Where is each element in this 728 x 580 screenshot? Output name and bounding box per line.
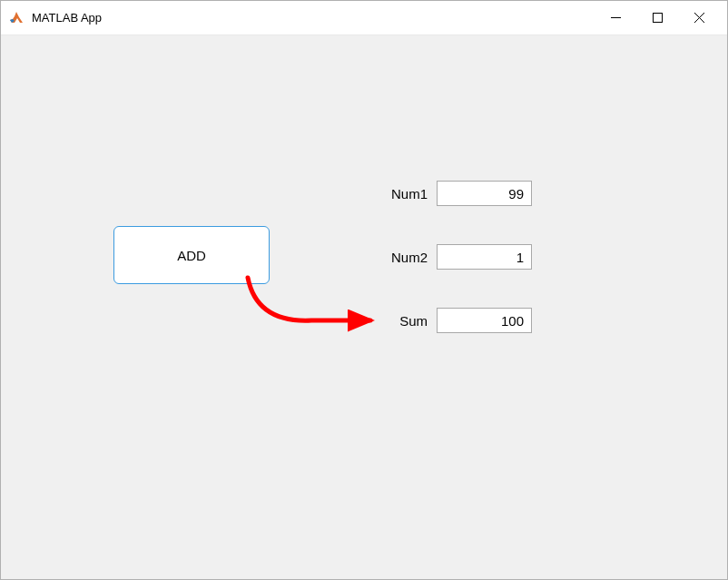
add-button-label: ADD <box>177 248 206 263</box>
sum-input[interactable] <box>437 308 532 333</box>
close-button[interactable] <box>678 5 720 32</box>
num2-row: Num2 <box>378 244 532 270</box>
num1-label: Num1 <box>378 186 428 202</box>
sum-label: Sum <box>378 313 428 329</box>
sum-row: Sum <box>378 308 532 333</box>
titlebar: MATLAB App <box>1 1 727 35</box>
add-button[interactable]: ADD <box>113 226 270 284</box>
num1-row: Num1 <box>378 181 532 206</box>
num2-input[interactable] <box>437 244 532 270</box>
matlab-icon <box>8 10 25 26</box>
num1-input[interactable] <box>437 181 532 206</box>
window-controls <box>595 5 720 32</box>
num2-label: Num2 <box>378 250 428 265</box>
maximize-button[interactable] <box>636 5 678 32</box>
window-title: MATLAB App <box>32 11 595 25</box>
svg-rect-1 <box>653 14 662 23</box>
minimize-button[interactable] <box>595 5 636 32</box>
content-area: ADD Num1 Num2 Sum <box>1 35 727 579</box>
app-window: MATLAB App ADD Num1 Num2 <box>0 0 728 580</box>
